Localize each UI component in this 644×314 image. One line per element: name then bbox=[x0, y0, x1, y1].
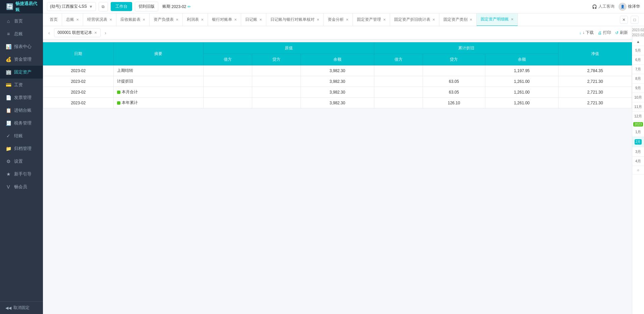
copy-button[interactable]: ⧉ bbox=[99, 2, 108, 11]
right-panel-year-month[interactable]: 3月 bbox=[632, 147, 644, 157]
right-panel-month[interactable]: 9月 bbox=[632, 84, 644, 93]
right-panel-month[interactable]: 7月 bbox=[632, 65, 644, 74]
th-debit: 借方 bbox=[203, 54, 252, 65]
right-panel-month[interactable]: 12月 bbox=[632, 112, 644, 121]
right-panel-year-month[interactable]: 4月 bbox=[632, 157, 644, 166]
avatar: 👤 bbox=[619, 3, 627, 11]
tab-close-9[interactable]: ✕ bbox=[346, 18, 348, 21]
tab-close-8[interactable]: ✕ bbox=[317, 18, 319, 21]
user-menu[interactable]: 👤 徐泽华 bbox=[619, 3, 640, 11]
sidebar-item-10[interactable]: 📁归档管理 bbox=[0, 142, 43, 155]
tab-item-10[interactable]: 固定资产管理✕ bbox=[353, 13, 390, 26]
app-logo: 🔄 畅捷通易代账 bbox=[0, 0, 43, 13]
pin-icon: ◀◀ bbox=[5, 306, 11, 310]
tab-close-5[interactable]: ✕ bbox=[201, 18, 204, 21]
sidebar-item-7[interactable]: 📋进销台账 bbox=[0, 104, 43, 117]
tab-close-10[interactable]: ✕ bbox=[383, 18, 386, 21]
sidebar-icon-10: 📁 bbox=[5, 146, 11, 152]
table-row: 2023-02 本年累计 3,982.30 126.10 1,261.00 2,… bbox=[43, 98, 632, 108]
tab-close-1[interactable]: ✕ bbox=[76, 18, 79, 21]
asset-tag-close[interactable]: ✕ bbox=[94, 31, 97, 35]
th-accumulated-depr-group: 累计折旧 bbox=[374, 43, 558, 54]
maximize-button[interactable]: □ bbox=[631, 16, 639, 24]
switch-version-button[interactable]: 切到旧版 bbox=[135, 2, 158, 11]
right-panel-month[interactable]: 8月 bbox=[632, 74, 644, 84]
right-panel-month[interactable]: 10月 bbox=[632, 93, 644, 102]
th-memo: 摘要 bbox=[113, 43, 203, 65]
sidebar-footer[interactable]: ◀◀ 取消固定 bbox=[0, 301, 43, 314]
th-credit: 贷方 bbox=[252, 54, 301, 65]
tab-close-11[interactable]: ✕ bbox=[432, 18, 435, 21]
tab-close-2[interactable]: ✕ bbox=[109, 18, 112, 21]
right-panel-month[interactable]: 11月 bbox=[632, 102, 644, 112]
sidebar-item-9[interactable]: ✓结账 bbox=[0, 129, 43, 142]
sidebar-icon-5: 💳 bbox=[5, 82, 11, 88]
right-panel-year-month[interactable]: 2月 bbox=[632, 137, 644, 147]
tab-item-13[interactable]: 固定资产明细账✕ bbox=[477, 13, 518, 26]
right-panel-scroll-icon[interactable]: ○ bbox=[632, 166, 644, 174]
tab-close-4[interactable]: ✕ bbox=[176, 18, 178, 21]
company-dropdown-arrow: ▼ bbox=[89, 4, 93, 9]
sidebar-icon-4: 🏢 bbox=[5, 69, 11, 75]
tab-item-7[interactable]: 日记账✕ bbox=[241, 13, 266, 26]
sidebar-item-3[interactable]: 💰资金管理 bbox=[0, 53, 43, 66]
tab-item-5[interactable]: 利润表✕ bbox=[183, 13, 208, 26]
company-selector[interactable]: (劫号) 江西服宝-LSS ▼ bbox=[47, 2, 96, 11]
tab-item-12[interactable]: 固定资产类别✕ bbox=[439, 13, 477, 26]
right-panel-up-arrow[interactable]: ▲ bbox=[632, 38, 644, 46]
th-depr-debit: 借方 bbox=[374, 54, 423, 65]
tab-item-9[interactable]: 资金分析✕ bbox=[324, 13, 353, 26]
th-balance: 余额 bbox=[301, 54, 374, 65]
sidebar-item-1[interactable]: ≡总账 bbox=[0, 28, 43, 40]
sidebar-item-8[interactable]: 🧾税务管理 bbox=[0, 117, 43, 129]
asset-nav-actions: ↓ ↓ 下载 🖨 打印 ↺ 刷新 bbox=[579, 30, 628, 36]
nav-next-arrow[interactable]: › bbox=[103, 30, 108, 36]
tab-close-7[interactable]: ✕ bbox=[259, 18, 262, 21]
sidebar-icon-11: ⚙ bbox=[5, 158, 11, 164]
right-panel-month[interactable]: 5月 bbox=[632, 46, 644, 55]
tab-item-8[interactable]: 日记账与银行对账单核对✕ bbox=[266, 13, 324, 26]
sidebar-icon-3: 💰 bbox=[5, 56, 11, 62]
download-icon: ↓ bbox=[579, 31, 581, 35]
refresh-button[interactable]: ↺ 刷新 bbox=[615, 30, 628, 36]
sidebar-item-5[interactable]: 💳工资 bbox=[0, 78, 43, 91]
sidebar-item-11[interactable]: ⚙设置 bbox=[0, 155, 43, 168]
th-original-value-group: 原值 bbox=[203, 43, 374, 54]
tab-close-3[interactable]: ✕ bbox=[143, 18, 145, 21]
sidebar-item-2[interactable]: 📊报表中心 bbox=[0, 40, 43, 53]
th-depr-balance: 余额 bbox=[485, 54, 558, 65]
sidebar-icon-13: V bbox=[5, 184, 11, 190]
close-all-button[interactable]: ✕ bbox=[620, 16, 628, 24]
asset-tag[interactable]: 000001 联想笔记本 ✕ bbox=[54, 28, 101, 37]
tab-item-11[interactable]: 固定资产折旧统计表✕ bbox=[390, 13, 439, 26]
tab-item-3[interactable]: 应收账龄表✕ bbox=[116, 13, 150, 26]
headset-icon: 🎧 bbox=[592, 4, 597, 9]
tab-item-1[interactable]: 总账✕ bbox=[62, 13, 83, 26]
nav-prev-arrow[interactable]: ‹ bbox=[47, 30, 51, 36]
tab-item-6[interactable]: 银行对账单✕ bbox=[208, 13, 241, 26]
download-button[interactable]: ↓ ↓ 下载 bbox=[579, 30, 594, 36]
tab-item-4[interactable]: 资产负债表✕ bbox=[150, 13, 183, 26]
right-panel-year-month[interactable]: 1月 bbox=[632, 127, 644, 137]
sidebar-item-4[interactable]: 🏢固定资产 bbox=[0, 66, 43, 78]
tab-close-6[interactable]: ✕ bbox=[234, 18, 237, 21]
work-bench-button[interactable]: 工作台 bbox=[111, 2, 132, 11]
print-icon: 🖨 bbox=[598, 31, 602, 35]
th-date: 日期 bbox=[43, 43, 114, 65]
tab-close-13[interactable]: ✕ bbox=[511, 17, 514, 21]
right-panel-year-badge: 2023 bbox=[633, 121, 643, 127]
right-panel-month[interactable]: 6月 bbox=[632, 55, 644, 65]
asset-detail-table: 日期 摘要 原值 累计折旧 净值 借方 贷方 余额 借方 贷方 余额 bbox=[43, 42, 632, 108]
sidebar-item-0[interactable]: ⌂首页 bbox=[0, 15, 43, 28]
period-edit-icon[interactable]: ✏ bbox=[187, 4, 191, 9]
tab-item-0[interactable]: 首页 bbox=[46, 13, 62, 26]
print-button[interactable]: 🖨 打印 bbox=[598, 30, 611, 36]
sidebar-item-6[interactable]: 📄发票管理 bbox=[0, 91, 43, 104]
sidebar-item-12[interactable]: ★新手引导 bbox=[0, 168, 43, 180]
tab-close-12[interactable]: ✕ bbox=[470, 18, 472, 21]
service-button[interactable]: 🎧 人工客询 bbox=[592, 4, 614, 9]
sidebar-item-13[interactable]: V畅会员 bbox=[0, 180, 43, 193]
table-area: 日期 摘要 原值 累计折旧 净值 借方 贷方 余额 借方 贷方 余额 bbox=[43, 40, 632, 314]
sidebar-icon-2: 📊 bbox=[5, 44, 11, 50]
tab-item-2[interactable]: 经营状况表✕ bbox=[83, 13, 116, 26]
